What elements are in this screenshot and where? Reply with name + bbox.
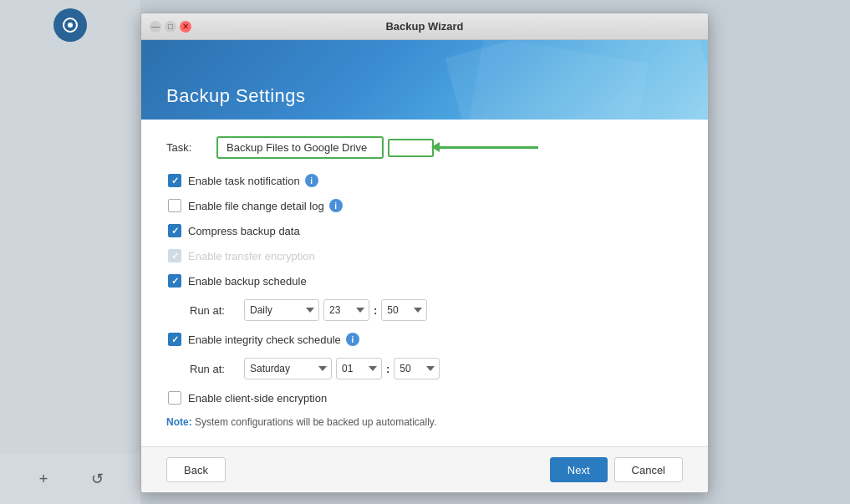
enable-file-change-log-row: Enable file change detail log i — [166, 199, 683, 212]
content-area: Task: Enable task notification i Ena — [141, 120, 708, 446]
footer-right: Next Cancel — [550, 457, 683, 482]
task-notification-info-icon[interactable]: i — [305, 174, 318, 187]
desktop: + ↺ — □ ✕ Backup Wizard Backup Settings … — [0, 0, 850, 504]
back-button[interactable]: Back — [166, 457, 226, 482]
enable-integrity-check-checkbox[interactable] — [168, 333, 181, 346]
enable-integrity-check-row: Enable integrity check schedule i — [166, 333, 683, 346]
enable-task-notification-label: Enable task notification — [188, 175, 300, 187]
enable-client-encryption-checkbox[interactable] — [168, 391, 181, 405]
compress-backup-data-checkbox[interactable] — [168, 224, 181, 237]
footer: Back Next Cancel — [141, 446, 708, 492]
compress-backup-data-row: Compress backup data — [166, 224, 683, 237]
task-input-wrapper — [216, 136, 384, 159]
compress-backup-data-label: Compress backup data — [188, 225, 300, 237]
next-button[interactable]: Next — [550, 457, 608, 482]
arrow-annotation — [388, 139, 538, 157]
enable-client-encryption-label: Enable client-side encryption — [188, 392, 327, 405]
integrity-schedule-run-at-row: Run at: Saturday SundayMondayTuesday Wed… — [166, 358, 683, 379]
backup-run-at-label: Run at: — [190, 304, 244, 317]
header-title: Backup Settings — [166, 85, 305, 107]
title-bar: — □ ✕ Backup Wizard — [141, 13, 708, 40]
integrity-hour-select[interactable]: 01 000203 — [336, 358, 382, 379]
integrity-time-colon: : — [386, 363, 389, 375]
integrity-run-at-label: Run at: — [190, 363, 244, 375]
taskbar-left: + ↺ — [0, 0, 140, 504]
arrow-box — [388, 139, 434, 157]
backup-minute-select[interactable]: 50 00051015 — [381, 299, 427, 321]
minimize-button[interactable]: — — [150, 21, 161, 33]
enable-backup-schedule-row: Enable backup schedule — [166, 274, 683, 288]
enable-file-change-log-label: Enable file change detail log — [188, 200, 324, 212]
backup-schedule-run-at-row: Run at: Daily Weekly Monthly 23 00010203… — [166, 299, 683, 321]
enable-task-notification-checkbox[interactable] — [168, 174, 181, 187]
backup-hour-select[interactable]: 23 00010203 — [323, 299, 369, 321]
backup-frequency-select[interactable]: Daily Weekly Monthly — [244, 299, 319, 321]
header-area: Backup Settings — [141, 40, 708, 120]
arrow-line — [438, 146, 538, 149]
app-icon[interactable] — [53, 8, 87, 42]
integrity-check-info-icon[interactable]: i — [346, 333, 359, 346]
task-name-input[interactable] — [216, 136, 384, 159]
history-button[interactable]: ↺ — [84, 466, 110, 492]
integrity-minute-select[interactable]: 50 000510 — [394, 358, 440, 379]
enable-task-notification-row: Enable task notification i — [166, 174, 683, 187]
enable-client-encryption-row: Enable client-side encryption — [166, 391, 683, 405]
enable-integrity-check-label: Enable integrity check schedule — [188, 333, 341, 346]
enable-file-change-log-checkbox[interactable] — [168, 199, 181, 212]
cancel-button[interactable]: Cancel — [614, 457, 683, 482]
backup-schedule-selects: Daily Weekly Monthly 23 00010203 : 50 00… — [244, 299, 427, 321]
close-button[interactable]: ✕ — [180, 21, 191, 33]
enable-transfer-encryption-label: Enable transfer encryption — [188, 250, 315, 262]
task-row: Task: — [166, 136, 683, 159]
note-area: Note: System configurations will be back… — [166, 416, 683, 428]
note-label: Note: — [166, 416, 192, 428]
integrity-day-select[interactable]: Saturday SundayMondayTuesday WednesdayTh… — [244, 358, 332, 379]
window-title: Backup Wizard — [200, 20, 649, 33]
svg-point-1 — [68, 23, 73, 28]
integrity-schedule-selects: Saturday SundayMondayTuesday WednesdayTh… — [244, 358, 440, 379]
enable-backup-schedule-checkbox[interactable] — [168, 274, 181, 288]
note-text: System configurations will be backed up … — [195, 416, 436, 428]
enable-backup-schedule-label: Enable backup schedule — [188, 275, 307, 288]
task-field-label: Task: — [166, 141, 216, 154]
add-button[interactable]: + — [30, 466, 57, 492]
enable-transfer-encryption-checkbox[interactable] — [168, 249, 181, 262]
backup-wizard-window: — □ ✕ Backup Wizard Backup Settings Task… — [140, 13, 709, 493]
file-change-log-info-icon[interactable]: i — [329, 199, 343, 212]
enable-transfer-encryption-row: Enable transfer encryption — [166, 249, 683, 262]
maximize-button[interactable]: □ — [165, 21, 176, 33]
taskbar-bottom: + ↺ — [0, 454, 140, 504]
backup-time-colon: : — [374, 304, 377, 317]
